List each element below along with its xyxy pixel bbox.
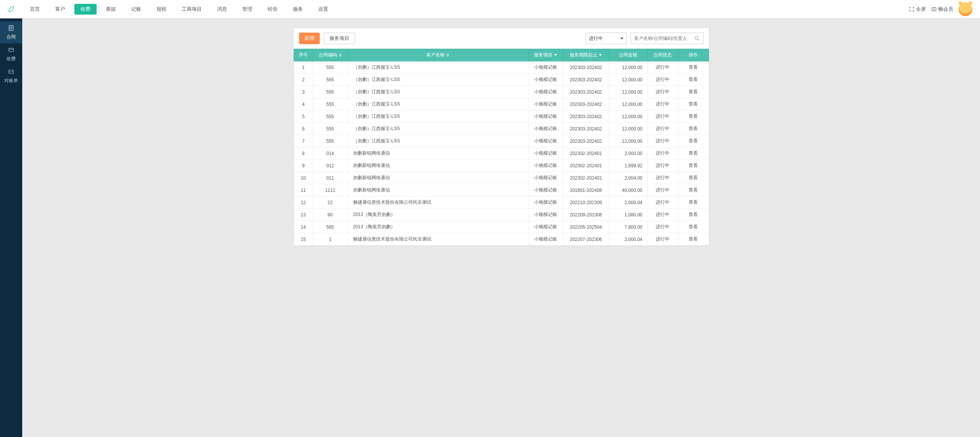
topnav-item[interactable]: 首页	[24, 4, 46, 15]
avatar[interactable]	[959, 2, 972, 16]
fullscreen-icon	[909, 7, 914, 12]
topnav-item[interactable]: 报税	[150, 4, 173, 15]
topnav-item[interactable]: 收费	[74, 4, 97, 15]
topbar-right: 全屏 畅会员	[909, 2, 980, 16]
topnav-item[interactable]: 工商项目	[176, 4, 208, 15]
topnav-item[interactable]: 服务	[287, 4, 309, 15]
leaf-icon	[7, 5, 15, 13]
topnav-item[interactable]: 经营	[261, 4, 284, 15]
fullscreen-button[interactable]: 全屏	[909, 6, 926, 13]
fullscreen-label: 全屏	[916, 6, 926, 13]
topnav-item[interactable]: 管理	[236, 4, 258, 15]
topbar: 首页客户收费票据记账报税工商项目消息管理经营服务设置 全屏 畅会员	[0, 0, 980, 18]
topnav-item[interactable]: 票据	[100, 4, 122, 15]
topnav-item[interactable]: 消息	[211, 4, 233, 15]
topnav-item[interactable]: 客户	[49, 4, 71, 15]
play-icon	[931, 7, 937, 12]
topnav-item[interactable]: 设置	[312, 4, 334, 15]
member-button[interactable]: 畅会员	[931, 6, 953, 13]
logo[interactable]	[0, 0, 22, 18]
topnav-item[interactable]: 记账	[125, 4, 147, 15]
top-nav: 首页客户收费票据记账报税工商项目消息管理经营服务设置	[22, 4, 336, 15]
member-label: 畅会员	[938, 6, 953, 13]
